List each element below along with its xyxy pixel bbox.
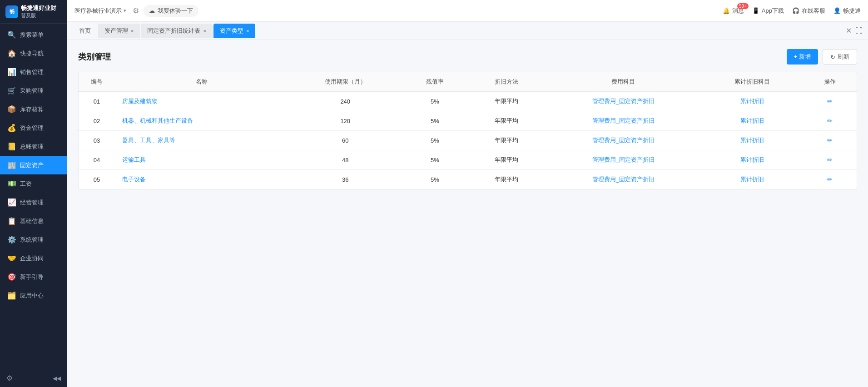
sidebar-nav: 🔍 搜索菜单 🏠 快捷导航 📊 销售管理 🛒 采购管理 📦 库存核算 💰 资金管… — [0, 24, 67, 369]
customer-service-label: 在线客服 — [802, 7, 825, 15]
cell-depreciation-0: 累计折旧 — [701, 92, 803, 111]
gear-icon[interactable]: ⚙ — [133, 6, 139, 15]
sidebar-item-cooperation[interactable]: 🤝 企业协同 — [0, 249, 67, 268]
cell-period-4: 36 — [288, 170, 402, 189]
cell-depreciation-1: 累计折旧 — [701, 111, 803, 131]
sidebar: 畅 畅捷通好业财 普及版 🔍 搜索菜单 🏠 快捷导航 📊 销售管理 🛒 采购管理… — [0, 0, 67, 387]
nav-icon-cooperation: 🤝 — [7, 254, 15, 263]
edit-icon-2[interactable]: ✏ — [827, 137, 833, 144]
sidebar-item-fixed-assets[interactable]: 🏢 固定资产 — [0, 156, 67, 174]
tab-label-home: 首页 — [79, 27, 91, 35]
refresh-label: 刷新 — [838, 53, 849, 61]
tab-label-asset-type: 资产类型 — [220, 27, 243, 35]
tab-depreciation-table[interactable]: 固定资产折旧统计表× — [141, 24, 212, 38]
nav-label-guide: 新手引导 — [20, 273, 44, 281]
sidebar-item-basic-info[interactable]: 📋 基础信息 — [0, 212, 67, 230]
cell-residual-0: 5% — [402, 92, 467, 111]
tab-home[interactable]: 首页 — [73, 24, 97, 38]
page-actions: + 新增 ↻ 刷新 — [787, 49, 857, 64]
page-title: 类别管理 — [78, 51, 111, 62]
cell-expense-4: 管理费用_固定资产折旧 — [545, 170, 701, 189]
tab-close-asset-type[interactable]: × — [246, 28, 249, 34]
chevron-down-icon: ▾ — [124, 8, 126, 14]
refresh-button[interactable]: ↻ 刷新 — [823, 49, 857, 64]
cell-id-1: 02 — [79, 111, 115, 131]
logo-icon: 畅 — [5, 5, 18, 18]
nav-label-quick-nav: 快捷导航 — [20, 50, 44, 58]
cell-period-2: 60 — [288, 131, 402, 150]
cell-id-4: 05 — [79, 170, 115, 189]
cell-residual-2: 5% — [402, 131, 467, 150]
sidebar-item-capital[interactable]: 💰 资金管理 — [0, 119, 67, 137]
tab-close-depreciation-table[interactable]: × — [203, 28, 206, 34]
sidebar-item-app-center[interactable]: 🗂️ 应用中心 — [0, 286, 67, 305]
sidebar-item-sales[interactable]: 📊 销售管理 — [0, 63, 67, 81]
nav-icon-ledger: 📒 — [7, 142, 15, 151]
experience-button[interactable]: ☁ 我要体验一下 — [144, 5, 198, 17]
col-header-残值率: 残值率 — [402, 72, 467, 92]
table-row: 05 电子设备 36 5% 年限平均 管理费用_固定资产折旧 累计折旧 ✏ — [79, 170, 857, 189]
close-window-icon[interactable]: ✕ — [846, 26, 852, 35]
tab-label-depreciation-table: 固定资产折旧统计表 — [147, 27, 200, 35]
experience-label: 我要体验一下 — [158, 7, 193, 15]
nav-label-business: 经营管理 — [20, 198, 44, 207]
tab-close-asset-mgmt[interactable]: × — [131, 28, 134, 34]
cell-depreciation-4: 累计折旧 — [701, 170, 803, 189]
col-header-折旧方法: 折旧方法 — [468, 72, 546, 92]
notifications-item[interactable]: 🔔 消息 99+ — [723, 7, 744, 15]
sidebar-item-guide[interactable]: 🎯 新手引导 — [0, 268, 67, 286]
expand-icon[interactable]: ⛶ — [855, 27, 863, 35]
edit-icon-3[interactable]: ✏ — [827, 156, 833, 164]
sidebar-item-search[interactable]: 🔍 搜索菜单 — [0, 25, 67, 44]
cell-action-4: ✏ — [803, 170, 857, 189]
collapse-icon[interactable]: ◀◀ — [53, 375, 61, 382]
topbar-right: 🔔 消息 99+ 📱 App下载 🎧 在线客服 👤 畅捷通 — [723, 7, 861, 15]
col-header-费用科目: 费用科目 — [545, 72, 701, 92]
sidebar-item-purchase[interactable]: 🛒 采购管理 — [0, 81, 67, 100]
window-controls: ✕ ⛶ — [846, 26, 863, 35]
nav-label-capital: 资金管理 — [20, 124, 44, 132]
nav-label-purchase: 采购管理 — [20, 87, 44, 95]
cell-name-2: 器具、工具、家具等 — [115, 131, 288, 150]
col-header-累计折旧科目: 累计折旧科目 — [701, 72, 803, 92]
sidebar-item-inventory[interactable]: 📦 库存核算 — [0, 100, 67, 119]
cell-method-1: 年限平均 — [468, 111, 546, 131]
bell-icon: 🔔 — [723, 7, 730, 14]
nav-label-cooperation: 企业协同 — [20, 254, 44, 263]
sidebar-item-payroll[interactable]: 💵 工资 — [0, 174, 67, 193]
cell-name-0: 房屋及建筑物 — [115, 92, 288, 111]
cell-period-3: 48 — [288, 150, 402, 170]
cell-method-3: 年限平均 — [468, 150, 546, 170]
nav-label-search: 搜索菜单 — [20, 31, 44, 39]
app-logo: 畅 畅捷通好业财 普及版 — [0, 0, 67, 24]
new-button[interactable]: + 新增 — [787, 49, 818, 64]
sidebar-item-system[interactable]: ⚙️ 系统管理 — [0, 230, 67, 249]
download-icon: 📱 — [752, 7, 759, 14]
edit-icon-1[interactable]: ✏ — [827, 117, 833, 124]
app-download-item[interactable]: 📱 App下载 — [752, 7, 784, 15]
settings-icon[interactable]: ⚙ — [6, 374, 13, 382]
company-selector[interactable]: 医疗器械行业演示 ▾ — [74, 7, 126, 15]
sidebar-item-business[interactable]: 📈 经营管理 — [0, 193, 67, 212]
nav-label-payroll: 工资 — [20, 180, 32, 188]
customer-service-item[interactable]: 🎧 在线客服 — [792, 7, 825, 15]
nav-icon-system: ⚙️ — [7, 235, 15, 244]
data-table: 编号名称使用期限（月）残值率折旧方法费用科目累计折旧科目操作 01 房屋及建筑物… — [79, 72, 857, 189]
cell-residual-4: 5% — [402, 170, 467, 189]
tab-asset-mgmt[interactable]: 资产管理× — [98, 24, 140, 38]
col-header-使用期限（月）: 使用期限（月） — [288, 72, 402, 92]
nav-label-system: 系统管理 — [20, 236, 44, 244]
sidebar-item-ledger[interactable]: 📒 总账管理 — [0, 137, 67, 156]
sidebar-item-quick-nav[interactable]: 🏠 快捷导航 — [0, 44, 67, 63]
user-item[interactable]: 👤 畅捷通 — [833, 7, 861, 15]
nav-icon-search: 🔍 — [7, 30, 15, 39]
cell-id-2: 03 — [79, 131, 115, 150]
user-icon: 👤 — [833, 7, 841, 14]
edit-icon-4[interactable]: ✏ — [827, 176, 833, 183]
nav-icon-capital: 💰 — [7, 124, 15, 132]
nav-icon-inventory: 📦 — [7, 105, 15, 114]
tab-asset-type[interactable]: 资产类型× — [213, 24, 255, 38]
user-label: 畅捷通 — [843, 7, 861, 15]
edit-icon-0[interactable]: ✏ — [827, 98, 833, 105]
table-body: 01 房屋及建筑物 240 5% 年限平均 管理费用_固定资产折旧 累计折旧 ✏… — [79, 92, 857, 189]
